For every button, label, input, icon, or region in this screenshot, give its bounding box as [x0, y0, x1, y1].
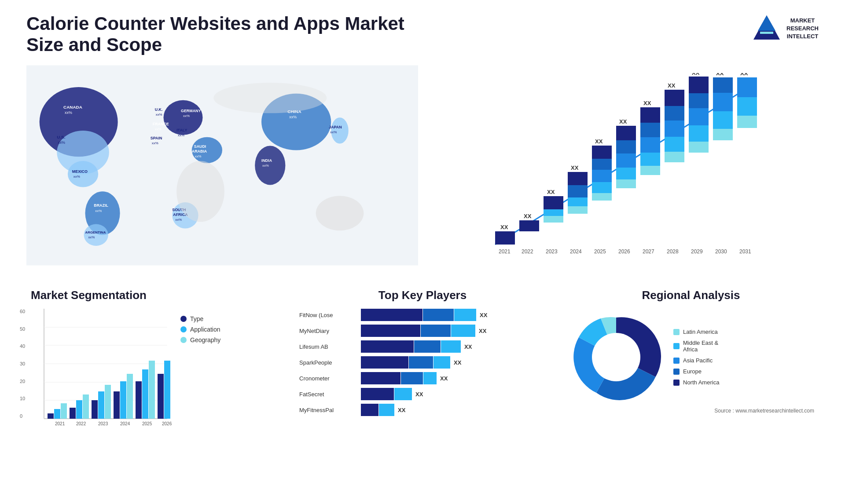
player-bar-seg-3 [441, 340, 461, 353]
svg-text:xx%: xx% [152, 141, 158, 145]
legend-geography-label: Geography [190, 336, 220, 343]
svg-rect-77 [616, 179, 636, 188]
player-bar-seg-2 [394, 388, 412, 400]
player-bar-container: XX [361, 372, 546, 384]
svg-rect-81 [616, 126, 636, 140]
svg-rect-111 [737, 115, 757, 128]
player-name: Lifesum AB [299, 343, 356, 350]
player-name: Cronometer [299, 375, 356, 382]
legend-type: Type [180, 315, 220, 322]
svg-text:2027: 2027 [643, 248, 654, 255]
segmentation-title: Market Segmentation [31, 289, 277, 302]
player-bar-seg-1 [361, 309, 422, 321]
svg-rect-91 [665, 151, 684, 162]
svg-text:XX: XX [547, 189, 555, 195]
svg-rect-86 [640, 136, 660, 153]
player-bar-seg-2 [421, 325, 451, 337]
trend-line-svg: XX 2021 XX 2022 XX 2023 [436, 73, 810, 262]
svg-text:SPAIN: SPAIN [151, 136, 162, 140]
svg-text:xx%: xx% [58, 140, 65, 145]
player-bar-seg-2 [409, 356, 433, 369]
legend-europe-label: Europe [683, 368, 702, 375]
svg-text:xx%: xx% [88, 235, 95, 239]
donut-legend: Latin America Middle East &Africa Asia P… [673, 329, 719, 386]
svg-text:2023: 2023 [98, 421, 108, 426]
svg-rect-136 [142, 369, 148, 419]
player-name: FitNow (Lose [299, 312, 356, 318]
svg-rect-79 [616, 152, 636, 168]
svg-rect-84 [640, 165, 660, 175]
svg-rect-95 [665, 90, 684, 106]
svg-rect-124 [54, 409, 60, 419]
logo-icon [751, 13, 782, 44]
svg-text:GERMANY: GERMANY [181, 109, 201, 113]
svg-text:XX: XX [500, 224, 508, 230]
svg-rect-56 [519, 220, 539, 231]
page: Calorie Counter Websites and Apps Market… [0, 0, 845, 504]
segmentation-legend: Type Application Geography [180, 315, 220, 429]
svg-rect-123 [48, 413, 54, 419]
svg-point-146 [592, 333, 640, 381]
svg-text:xx%: xx% [65, 110, 72, 115]
player-bar-stack [361, 404, 394, 416]
svg-text:xx%: xx% [175, 218, 182, 222]
player-bar-seg-1 [361, 325, 420, 337]
player-bar-container: XX [361, 356, 546, 369]
svg-text:xx%: xx% [178, 133, 184, 137]
player-bar-container: XX [361, 388, 546, 400]
svg-rect-133 [120, 381, 126, 419]
legend-europe: Europe [673, 368, 719, 375]
header: Calorie Counter Websites and Apps Market… [26, 13, 819, 55]
svg-text:2028: 2028 [667, 248, 679, 255]
svg-rect-93 [665, 119, 684, 137]
svg-text:ARABIA: ARABIA [192, 149, 207, 153]
svg-text:FRANCE: FRANCE [153, 122, 169, 126]
svg-text:2026: 2026 [162, 421, 172, 426]
svg-text:xx%: xx% [95, 209, 102, 213]
svg-rect-107 [713, 91, 733, 111]
svg-text:2031: 2031 [739, 248, 751, 255]
player-row: Cronometer XX [299, 372, 546, 384]
bottom-sections: Market Segmentation 0 10 20 30 40 50 60 [26, 284, 819, 434]
logo-text: MARKET RESEARCH INTELLECT [786, 17, 819, 41]
player-xx: XX [464, 343, 472, 350]
svg-point-49 [213, 83, 327, 113]
svg-text:xx%: xx% [330, 130, 337, 134]
player-bar-container: XX [361, 309, 546, 321]
svg-text:xx%: xx% [73, 175, 80, 179]
svg-rect-113 [737, 77, 757, 97]
player-row: SparkPeople XX [299, 356, 546, 369]
legend-asia-pacific-color [673, 358, 680, 364]
svg-rect-108 [713, 77, 733, 93]
svg-rect-131 [105, 385, 111, 419]
logo: MARKET RESEARCH INTELLECT [751, 13, 819, 44]
svg-rect-52 [495, 231, 515, 245]
players-list: FitNow (Lose XX MyNetDiary [299, 309, 546, 416]
legend-north-america: North America [673, 379, 719, 386]
segmentation-section: Market Segmentation 0 10 20 30 40 50 60 [26, 284, 282, 434]
player-name: FatSecret [299, 391, 356, 398]
legend-latin-america-color [673, 329, 680, 335]
players-section: Top Key Players FitNow (Lose XX [295, 284, 550, 434]
svg-text:2030: 2030 [715, 248, 727, 255]
legend-type-color [180, 316, 187, 322]
svg-rect-126 [70, 408, 76, 419]
page-title: Calorie Counter Websites and Apps Market… [26, 13, 422, 55]
svg-text:XX: XX [595, 138, 603, 145]
svg-rect-130 [98, 391, 104, 419]
svg-text:2022: 2022 [76, 421, 86, 426]
svg-rect-61 [544, 196, 563, 209]
player-xx: XX [415, 391, 423, 398]
legend-europe-color [673, 369, 680, 375]
svg-text:JAPAN: JAPAN [329, 125, 342, 129]
player-bar-seg-1 [361, 372, 400, 384]
legend-geography: Geography [180, 336, 220, 343]
svg-rect-134 [127, 374, 133, 419]
player-bar-stack [361, 372, 437, 384]
svg-rect-2 [760, 32, 773, 34]
svg-rect-80 [616, 139, 636, 153]
legend-north-america-label: North America [683, 379, 719, 386]
legend-asia-pacific-label: Asia Pacific [683, 357, 713, 364]
regional-section: Regional Analysis [563, 284, 819, 434]
svg-text:2026: 2026 [618, 248, 630, 255]
